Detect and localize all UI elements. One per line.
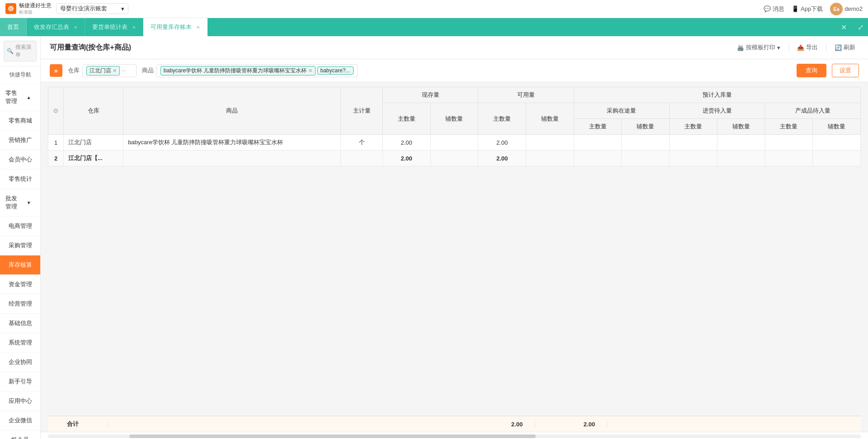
row2-import-aux [717,151,765,166]
row1-finished-aux [813,135,861,151]
print-label: 按模板打印 [746,43,775,52]
sidebar-item-retail-stats[interactable]: 零售统计 [0,170,40,189]
member-label: 会员中心 [4,156,37,164]
action-sep-2 [826,44,826,51]
row2-product [123,151,341,166]
tab-summary[interactable]: 收发存汇总表 ✕ [27,18,85,36]
company-name: 母婴行业演示账套 [60,5,107,13]
product-tag-1: babycare学饮杯 儿童防摔防撞吸管杯重力球吸嘴杯宝宝水杯 ✕ [160,66,316,76]
row2-purchase-aux [622,151,670,166]
tab-order-stats[interactable]: 要货单统计表 ✕ [85,18,143,36]
close-available-stock-tab[interactable]: ✕ [196,25,200,30]
print-btn[interactable]: 🖨️ 按模板打印 ▾ [733,42,784,53]
sidebar-item-guide[interactable]: 新手引导 [0,372,40,392]
sidebar-item-finance[interactable]: 资金管理 [0,275,40,294]
refresh-icon: 🔄 [835,44,842,51]
row1-finished-main [765,135,813,151]
chevron-icon: ▲ [21,95,37,100]
row1-purchase-aux [622,135,670,151]
row2-available-aux [526,151,574,166]
avatar: Ea [830,3,843,15]
product-tag-2: babycare?... [317,66,354,75]
warehouse-tag-remove[interactable]: ✕ [113,68,117,74]
retail-stats-label: 零售统计 [4,175,37,183]
row2-import-main [670,151,717,166]
basic-info-label: 基础信息 [4,319,37,327]
settings-btn[interactable]: 设置 [832,64,859,77]
refresh-btn[interactable]: 🔄 刷新 [831,42,859,53]
query-btn[interactable]: 查询 [797,64,826,77]
sidebar-item-enterprise[interactable]: 企业协同 [0,353,40,372]
sidebar-item-wechat[interactable]: 企业微信 [0,411,40,430]
sidebar-item-member[interactable]: 会员中心 [0,150,40,170]
tab-available-stock[interactable]: 可用量库存账本 ✕ [143,18,208,36]
product-tag-1-remove[interactable]: ✕ [308,68,312,74]
warehouse-tag-container[interactable]: 江北门店 ✕ ··· [82,64,137,77]
footer-current-main: 2.00 [511,421,523,428]
data-table: ⚙ 仓库 商品 主计量 现存量 [48,87,861,166]
sidebar-item-inventory[interactable]: 库存核算 [0,255,40,275]
top-bar: 好 畅捷通好生意 标准版 母婴行业演示账套 ▾ 💬 消息 📱 App下载 Ea … [0,0,868,18]
export-icon: 📤 [797,44,804,51]
message-btn[interactable]: 💬 消息 [764,5,784,13]
sidebar-item-retail[interactable]: 零售管理 ▲ [0,84,40,111]
app-download-btn[interactable]: 📱 App下载 [792,5,823,13]
sidebar-item-purchase[interactable]: 采购管理 [0,236,40,255]
th-forecast-in: 预计入库量 [574,87,860,103]
footer-label: 合计 [67,420,79,427]
product-tag-container[interactable]: babycare学饮杯 儿童防摔防撞吸管杯重力球吸嘴杯宝宝水杯 ✕ babyca… [156,64,358,77]
close-all-tabs-btn[interactable]: ✕ [835,23,853,32]
finance-label: 资金管理 [4,280,37,288]
purchase-label: 采购管理 [4,241,37,250]
sidebar-item-quick-nav[interactable]: 快捷导航 [0,66,40,84]
sidebar-item-operations[interactable]: 经营管理 [0,294,40,314]
th-purchase-main: 主数量 [574,119,622,135]
sidebar-item-marketing[interactable]: 营销推广 [0,131,40,150]
sidebar-item-basic-info[interactable]: 基础信息 [0,314,40,333]
app-download-label: App下载 [801,5,823,13]
export-btn[interactable]: 📤 导出 [793,42,821,53]
scrollbar-thumb[interactable] [129,434,536,438]
export-label: 导出 [806,43,818,52]
sidebar-item-system[interactable]: 系统管理 [0,333,40,353]
close-order-stats-tab[interactable]: ✕ [132,25,136,30]
row2-purchase-main [574,151,622,166]
brand-name: 畅捷通好生意 [19,2,52,9]
action-sep-1 [788,44,789,51]
expand-tabs-btn[interactable]: ⤢ [853,23,868,32]
sidebar-item-wholesale[interactable]: 批发管理 ▼ [0,189,40,217]
sidebar-item-app-center[interactable]: 应用中心 [0,392,40,411]
row2-finished-aux [813,151,861,166]
sidebar-item-membership[interactable]: 畅会员 [0,430,40,439]
message-icon: 💬 [764,5,771,12]
row1-available-aux [526,135,574,151]
warehouse-label: 仓库 [68,66,80,75]
available-stock-tab-label: 可用量库存账本 [151,23,192,31]
tab-home[interactable]: 首页 [0,18,27,36]
warehouse-more-btn[interactable]: ··· [122,67,126,74]
th-available: 可用量 [478,87,574,103]
marketing-label: 营销推广 [4,136,37,144]
filter-expand-btn[interactable]: » [50,64,62,77]
top-bar-right: 💬 消息 📱 App下载 Ea demo2 [764,3,863,15]
nav-tabs-bar: 首页 收发存汇总表 ✕ 要货单统计表 ✕ 可用量库存账本 ✕ ✕ ⤢ [0,18,868,36]
row2-unit [341,151,383,166]
row2-warehouse: 江北门店【... [64,151,123,166]
refresh-label: 刷新 [844,43,855,52]
print-dropdown-icon: ▾ [777,44,780,51]
enterprise-label: 企业协同 [4,358,37,366]
th-finished-main: 主数量 [765,119,813,135]
row1-purchase-main [574,135,622,151]
sidebar-item-ecommerce[interactable]: 电商管理 [0,217,40,236]
brand-info: 畅捷通好生意 标准版 [19,2,52,15]
warehouse-tag-text: 江北门店 [90,67,111,75]
user-btn[interactable]: Ea demo2 [830,3,863,15]
table-settings-icon[interactable]: ⚙ [53,107,59,114]
sidebar-item-retail-mall[interactable]: 零售商城 [0,111,40,131]
page-actions: 🖨️ 按模板打印 ▾ 📤 导出 🔄 刷新 [733,42,859,53]
membership-label: 畅会员 [4,436,37,439]
close-summary-tab[interactable]: ✕ [74,25,77,30]
inventory-label: 库存核算 [4,261,37,269]
company-select[interactable]: 母婴行业演示账套 ▾ [56,3,128,14]
search-menu-btn[interactable]: 🔍 搜索菜单 [4,41,37,61]
